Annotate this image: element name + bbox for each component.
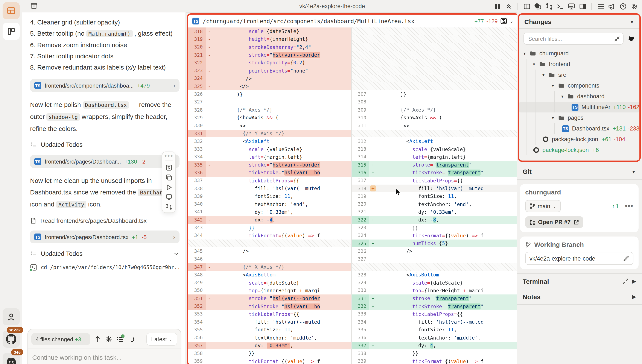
diff-row: 354 fill: 'hsl(var(--muted <box>188 318 351 326</box>
updated-todos-row[interactable]: Updated Todos <box>30 250 180 257</box>
updated-todos-row[interactable]: Updated Todos <box>30 141 180 148</box>
discord-icon <box>6 356 16 364</box>
rail-layout-button[interactable] <box>3 2 20 19</box>
git-branch-icon <box>529 203 535 209</box>
search-files-input[interactable] <box>527 35 611 42</box>
todo-list-icon[interactable] <box>116 336 123 342</box>
play-icon[interactable] <box>166 184 172 190</box>
version-dropdown[interactable]: Latest⌄ <box>147 333 177 346</box>
caret-down-icon: ▾ <box>533 62 539 66</box>
diff-row: 321 dy: '0.33em', <box>352 208 518 216</box>
diff-view-icon[interactable] <box>500 18 507 24</box>
file-change-chip[interactable]: TSfrontend/src/pages/Dashboard.tsx+1-5› <box>30 230 180 244</box>
tree-item-frontend[interactable]: ▾frontend <box>523 59 639 70</box>
open-pr-button[interactable]: Open PR #7 <box>525 216 583 228</box>
spark-icon[interactable] <box>105 336 112 342</box>
drag-dots-icon[interactable]: ●●● <box>164 154 173 157</box>
commits-ahead: ↑1 <box>612 203 619 209</box>
message-input[interactable]: Continue working on this task... <box>28 349 181 364</box>
caret-down-icon[interactable]: ▼ <box>629 19 634 24</box>
chat-bubbles-icon[interactable] <box>534 2 541 10</box>
terminal-section-header[interactable]: Terminal ▶ <box>517 274 642 289</box>
monitor-icon[interactable] <box>166 194 172 200</box>
more-options-icon[interactable]: ••• <box>625 202 633 210</box>
git-compare-icon[interactable] <box>166 204 172 210</box>
gear-icon[interactable] <box>630 2 638 10</box>
help-icon[interactable] <box>619 2 626 10</box>
caret-down-icon: ▾ <box>523 51 529 56</box>
chevron-down-icon[interactable]: ⌄ <box>510 18 514 24</box>
tree-item-churnguard[interactable]: ▾churnguard <box>523 48 639 59</box>
read-file-row[interactable]: Read frontend/src/pages/Dashboard.tsx <box>30 217 180 224</box>
add-comment-button[interactable]: + <box>370 186 376 192</box>
collapse-up-icon[interactable] <box>505 2 512 10</box>
cat-icon[interactable] <box>627 35 635 42</box>
files-changed-chip[interactable]: 4 files changed +3... <box>31 333 90 345</box>
diff-row: 320 textAnchor: 'end', <box>352 200 518 208</box>
diff-row: 347- {/* X Axis */} <box>188 263 351 271</box>
screen-share-icon[interactable] <box>568 2 575 10</box>
caret-right-icon[interactable]: ▶ <box>632 278 636 284</box>
arrow-up-icon[interactable] <box>95 336 101 342</box>
copy-icon[interactable] <box>166 174 172 181</box>
tree-item-dashboard[interactable]: ▾dashboard <box>523 91 639 102</box>
pencil-icon[interactable] <box>623 256 629 262</box>
diff-row <box>352 263 518 271</box>
topbar-separator <box>517 3 518 10</box>
file-change-chip[interactable]: TSfrontend/src/pages/Dashboar...+130-2 <box>30 155 180 168</box>
tree-item-pages[interactable]: ▾pages <box>523 112 639 123</box>
tree-item-multilinearea-tsx[interactable]: TSMultiLineArea.tsx+110-162 <box>519 102 639 112</box>
search-files-box[interactable] <box>523 32 623 45</box>
diff-row: 338 }} <box>352 350 518 357</box>
tree-item-components[interactable]: ▾components <box>523 80 639 91</box>
file-change-chip[interactable]: TSfrontend/src/components/dashboa...+479… <box>30 79 180 92</box>
working-branch-input[interactable]: vk/4e2a-explore-the-code <box>525 252 633 265</box>
folder-icon <box>558 82 565 89</box>
megaphone-icon[interactable] <box>608 2 615 10</box>
right-panel: Changes ▼ ▾churnguard▾frontend▾src▾compo… <box>517 12 642 364</box>
panel-right-icon[interactable] <box>579 2 586 10</box>
rail-kanban-button[interactable] <box>3 23 20 40</box>
diff-row: 332 <AxisLeft <box>188 137 351 145</box>
diff-row: 323- pointerEvents="none" <box>188 67 351 75</box>
shrink-icon[interactable] <box>614 36 620 42</box>
tree-item-dashboard-tsx[interactable]: TSDashboard.tsx+131-233 <box>523 123 639 134</box>
panel-left-icon[interactable] <box>523 2 530 10</box>
tree-item-package-lock-json[interactable]: package-lock.json+6 <box>523 145 639 156</box>
rail-discord-button[interactable]: 346 <box>3 353 20 364</box>
package-icon <box>533 147 539 153</box>
rail-profile-button[interactable] <box>3 308 20 325</box>
diff-header[interactable]: TS /churnguard/frontend/src/components/d… <box>188 14 518 28</box>
todo-dot <box>121 334 125 338</box>
diff-row: 314 left={margin.left} <box>352 153 518 161</box>
expand-icon[interactable] <box>622 278 628 284</box>
chevron-down-icon <box>173 251 180 257</box>
branch-dropdown[interactable]: main ⌄ <box>525 200 561 212</box>
tree-item-package-lock-json[interactable]: package-lock.json+61-104 <box>523 134 639 145</box>
diff-row: 350 top={innerHeight + margi <box>188 287 351 295</box>
changes-title: Changes <box>524 18 552 25</box>
diff-row <box>352 43 518 51</box>
git-title: Git <box>523 168 532 175</box>
terminal-command-row[interactable]: cd /private/var/folders/10/h7w0q46556ggr… <box>30 264 180 271</box>
inline-code: Activity <box>56 201 86 208</box>
tree-item-src[interactable]: ▾src <box>523 70 639 80</box>
terminal-icon[interactable] <box>556 2 564 10</box>
notes-section-header[interactable]: Notes ▶ <box>517 289 642 305</box>
diff-row: 327 <box>352 255 518 263</box>
diff-row: 308 <box>352 98 518 106</box>
caret-down-icon[interactable]: ▼ <box>631 169 636 174</box>
git-compare-icon[interactable] <box>545 2 553 10</box>
diff-row: 309 {/* Axes */} <box>352 106 518 114</box>
github-icon <box>6 334 16 344</box>
working-branch-label: Working Branch <box>534 241 584 248</box>
caret-right-icon[interactable]: ▶ <box>632 294 636 300</box>
menu-icon[interactable] <box>597 2 604 10</box>
rail-github-button[interactable]: ★ 22k <box>3 330 20 348</box>
git-branch-icon <box>525 242 531 248</box>
diff-row: 312 <AxisLeft <box>352 137 518 145</box>
diff-row: 307 )} <box>352 90 518 98</box>
diff-file-path: /churnguard/frontend/src/components/dash… <box>203 18 414 24</box>
edit-diff-icon[interactable] <box>166 164 172 171</box>
pause-icon[interactable] <box>494 2 501 10</box>
